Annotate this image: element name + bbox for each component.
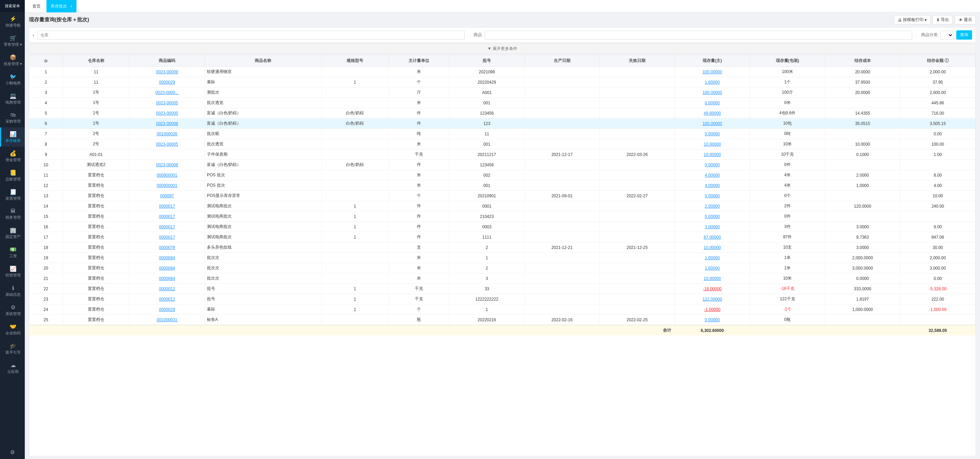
category-select[interactable] [940, 31, 953, 40]
cell-num: 3 [29, 88, 63, 98]
filter-arrow-icon[interactable]: › [33, 32, 34, 38]
cell-code[interactable]: 0000084 [129, 263, 204, 273]
sidebar-item-wholesale[interactable]: 📦 批发管理 ▾ [0, 51, 25, 70]
cell-qty[interactable]: 2.00000 [675, 201, 750, 212]
cell-qty[interactable]: 1.00000 [675, 77, 750, 88]
cell-code[interactable]: 0023-00005 [129, 108, 204, 118]
cell-code[interactable]: 0023-00008 [129, 118, 204, 129]
table-row: 14置置档仓0000017测试电商批次1件00012.000002件120.00… [29, 201, 975, 212]
cell-code[interactable]: 0000012 [129, 294, 204, 304]
sidebar-item-ledger[interactable]: 📒 总账管理 [0, 166, 25, 185]
cell-code[interactable] [129, 150, 204, 160]
export-button[interactable]: ⬆ 导出 [932, 15, 953, 24]
sidebar-item-quick-nav[interactable]: ⚡ 快捷导航 [0, 12, 25, 31]
cell-code[interactable]: 000097 [129, 191, 204, 201]
cell-code[interactable]: 0023-00009 [129, 67, 204, 77]
cell-name: 测批次 [204, 88, 321, 98]
cell-code[interactable]: 0000078 [129, 242, 204, 253]
sidebar-item-cloud[interactable]: ☁ 云应用 [0, 359, 25, 378]
cell-qty[interactable]: 10.00000 [675, 139, 750, 150]
sidebar-item-system[interactable]: ⚙ 系统管理 [0, 301, 25, 320]
cell-code[interactable]: 0000084 [129, 273, 204, 284]
cell-qty[interactable]: 0.00000 [675, 212, 750, 222]
sidebar-item-operations[interactable]: 📈 经营管理 [0, 262, 25, 281]
print-button[interactable]: 🖨 按模板打印 ▾ [894, 15, 931, 24]
sidebar-item-inventory[interactable]: 📊 库存核算 [0, 128, 25, 147]
cell-code[interactable]: 001000026 [129, 129, 204, 139]
sidebar-item-retail[interactable]: 🛒 零售管理 ▾ [0, 31, 25, 51]
cell-code[interactable]: 0000029 [129, 304, 204, 315]
cell-code[interactable]: 0000084 [129, 253, 204, 263]
query-button[interactable]: 查询 [956, 30, 972, 40]
sidebar-item-basicinfo[interactable]: ℹ 基础信息 [0, 281, 25, 301]
cell-cost [825, 315, 900, 325]
cell-qty[interactable]: 0.00000 [675, 160, 750, 170]
sidebar-logo[interactable]: 搜索菜单 [0, 0, 25, 12]
cell-qty[interactable]: 1.00000 [675, 263, 750, 273]
cell-qty[interactable]: 122.00000 [675, 294, 750, 304]
cell-qty[interactable]: 100.00000 [675, 88, 750, 98]
product-input[interactable] [485, 31, 912, 40]
cell-code[interactable]: 000900001 [129, 170, 204, 180]
cell-amount: 716.00 [900, 108, 975, 118]
cell-qty[interactable]: 100.00000 [675, 118, 750, 129]
cell-qty2: 0件 [750, 212, 825, 222]
cell-cost: 333.0000 [825, 284, 900, 294]
cell-spec [321, 191, 388, 201]
close-tab-icon[interactable]: × [70, 5, 72, 8]
tab-home[interactable]: 首页 [28, 0, 45, 13]
sidebar-item-assets[interactable]: 🏢 固定资产 [0, 223, 25, 243]
cell-qty[interactable]: 3.00000 [675, 222, 750, 232]
cell-batch: 20220216 [449, 315, 524, 325]
cell-qty[interactable]: 87.00000 [675, 232, 750, 242]
cell-code[interactable]: 0023-00005 [129, 139, 204, 150]
show-button[interactable]: 👁 显示 [955, 15, 976, 24]
cell-code[interactable]: 0000017 [129, 232, 204, 242]
cell-qty[interactable]: 10.00000 [675, 273, 750, 284]
cell-warehouse: 置置档仓 [63, 232, 129, 242]
cell-qty[interactable]: 10.00000 [675, 242, 750, 253]
cell-exp-date [600, 212, 675, 222]
cell-qty[interactable]: -16.00000 [675, 284, 750, 294]
sidebar-item-collab[interactable]: 🤝 企业协同 [0, 320, 25, 339]
sidebar-item-salary[interactable]: 💵 工资 [0, 243, 25, 262]
cell-batch: 2021098 [449, 67, 524, 77]
tab-inventory-batch[interactable]: 库存批次 × [46, 0, 77, 13]
cell-qty[interactable]: 0.00000 [675, 191, 750, 201]
chevron-down-icon: ▾ [20, 62, 22, 66]
cell-num: 17 [29, 232, 63, 242]
cell-code[interactable]: 0000012 [129, 284, 204, 294]
expand-conditions-button[interactable]: ▼ 展开更多条件 [29, 44, 976, 53]
cell-qty[interactable]: 10.00000 [675, 150, 750, 160]
cell-code[interactable]: 0000017 [129, 222, 204, 232]
sidebar-item-tax[interactable]: 🏛 税务管理 [0, 204, 25, 223]
cell-code[interactable]: 000900001 [129, 180, 204, 191]
cell-code[interactable]: 0000017 [129, 212, 204, 222]
cell-qty[interactable]: 4.00000 [675, 180, 750, 191]
settings-bottom-icon[interactable]: ⚙ [0, 446, 25, 459]
cell-code[interactable]: 0023-0000... [129, 88, 204, 98]
sidebar-item-invoice[interactable]: 🧾 发票管理 [0, 185, 25, 204]
cell-qty[interactable]: 0.00000 [675, 315, 750, 325]
cell-qty[interactable]: 1.00000 [675, 253, 750, 263]
sidebar-item-ecommerce-xiao[interactable]: 🐦 小鹅电商 [0, 70, 25, 89]
sidebar-item-guide[interactable]: 🎓 新手引导 [0, 339, 25, 359]
sidebar-item-label: 小鹅电商 [5, 81, 21, 85]
warehouse-input[interactable] [37, 31, 465, 40]
cell-qty[interactable]: 49.60000 [675, 108, 750, 118]
cell-qty[interactable]: 100.00000 [675, 67, 750, 77]
cell-code[interactable]: 0023-00008 [129, 160, 204, 170]
cell-qty[interactable]: -1.00000 [675, 304, 750, 315]
cell-qty[interactable]: 0.00000 [675, 129, 750, 139]
sidebar-item-finance[interactable]: 💰 资金管理 [0, 147, 25, 166]
cell-code[interactable]: 001000031 [129, 315, 204, 325]
cell-qty[interactable]: 4.00000 [675, 170, 750, 180]
cell-code[interactable]: 0023-00005 [129, 98, 204, 108]
sidebar-item-purchase[interactable]: 🛍 采购管理 [0, 108, 25, 128]
cell-unit: 米 [388, 263, 449, 273]
cell-code[interactable]: 0000029 [129, 77, 204, 88]
inventory-icon: 📊 [2, 131, 24, 137]
cell-qty[interactable]: 0.00000 [675, 98, 750, 108]
sidebar-item-ecommerce[interactable]: 💻 电商管理 [0, 89, 25, 108]
cell-code[interactable]: 0000017 [129, 201, 204, 212]
